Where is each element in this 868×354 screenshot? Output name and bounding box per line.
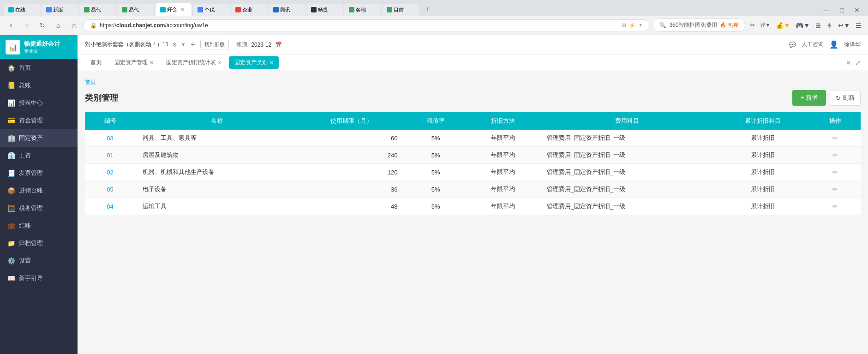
cell-period-2: 120 (298, 164, 405, 181)
cell-method-1: 年限平均 (467, 147, 539, 164)
settings-gear-icon[interactable]: ⚙ (172, 42, 177, 48)
menu-icon[interactable]: ☰ (854, 20, 863, 31)
sidebar-item-guide[interactable]: 📖 新手引导 (0, 270, 78, 287)
grid-icon[interactable]: ⊞ (814, 20, 823, 31)
browser-tab-xinban[interactable]: 新版 (42, 4, 78, 16)
search-bar[interactable]: 🔍 360智能抠图免费用 🔥 热搜 (652, 18, 745, 32)
username-display: 徐泽华 (844, 41, 861, 48)
tab-depreciation-table[interactable]: 固定资产折旧统计表 ✕ (161, 56, 227, 69)
fixed-assets-icon: 🏢 (7, 134, 15, 142)
cell-actions-2: ✏ (810, 164, 861, 181)
tab-fixed-asset-mgmt[interactable]: 固定资产管理 ✕ (109, 56, 159, 69)
cell-period-1: 240 (298, 147, 405, 164)
main-content: 刘小艳演示套套（勿删勿动！）11 ⚙ ▼ ＋ 切到旧版 账期 2023-12 📅… (78, 35, 868, 354)
brightness-icon[interactable]: ☀ (825, 20, 834, 31)
sidebar-item-home[interactable]: 🏠 首页 (0, 59, 78, 77)
browser-tab-haohui[interactable]: 好会 ✕ (155, 3, 192, 16)
browser-tab-tencent[interactable]: 腾讯 (269, 4, 305, 16)
breadcrumb: 首页 (85, 78, 861, 86)
cell-accumulated-4: 累计折旧 (715, 198, 810, 215)
sidebar-item-fixed-assets[interactable]: 🏢 固定资产 (0, 129, 78, 147)
tools-area: ✂ 译▼ 💰▼ 🎮▼ ⊞ ☀ ↩▼ ☰ (748, 20, 863, 31)
payroll-icon: 👔 (7, 152, 15, 159)
window-minimize[interactable]: — (819, 5, 835, 16)
reload-button[interactable]: ↻ (36, 19, 49, 32)
address-bar[interactable]: 🔒 https://cloud.chanjet.com/accounting/u… (83, 19, 650, 31)
top-bar: 刘小艳演示套套（勿删勿动！）11 ⚙ ▼ ＋ 切到旧版 账期 2023-12 📅… (78, 35, 868, 54)
browser-tab-gedi[interactable]: 各地 (344, 4, 381, 16)
sidebar-item-funds[interactable]: 💳 资金管理 (0, 112, 78, 129)
tab-home[interactable]: 首页 (85, 56, 107, 69)
logo-icon: 📊 (6, 40, 20, 54)
calendar-icon[interactable]: 📅 (275, 42, 282, 48)
cell-code-0[interactable]: 03 (85, 130, 135, 147)
address-url: https://cloud.chanjet.com/accounting/uw1… (100, 22, 208, 29)
cell-name-3: 电子设备 (135, 181, 298, 198)
translate-icon[interactable]: 译▼ (759, 20, 772, 30)
sidebar-item-ledger[interactable]: 📒 总账 (0, 77, 78, 94)
sidebar-item-settings[interactable]: ⚙️ 设置 (0, 252, 78, 270)
new-tab-button[interactable]: ＋ (420, 2, 435, 16)
refresh-button[interactable]: ↻ 刷新 (830, 90, 861, 106)
edit-icon[interactable]: ✏ (832, 186, 838, 193)
edit-icon[interactable]: ✏ (832, 134, 838, 142)
service-text[interactable]: 人工咨询 (802, 41, 824, 48)
window-maximize[interactable]: □ (836, 5, 849, 16)
dropdown-arrow-icon[interactable]: ▼ (181, 42, 186, 47)
cell-code-4[interactable]: 04 (85, 198, 135, 215)
cell-accumulated-2: 累计折旧 (715, 164, 810, 181)
top-bar-right: 💬 人工咨询 👤 徐泽华 (789, 40, 861, 49)
table-row: 03 器具、工具、家具等 60 5% 年限平均 管理费用_固定资产折旧_一级 累… (85, 130, 861, 147)
cell-code-3[interactable]: 05 (85, 181, 135, 198)
edit-icon[interactable]: ✏ (832, 151, 838, 159)
window-close[interactable]: ✕ (850, 5, 864, 16)
add-icon[interactable]: ＋ (189, 40, 197, 49)
forward-button[interactable]: › (20, 19, 33, 32)
sidebar-item-tax[interactable]: 🧮 税务管理 (0, 199, 78, 217)
sidebar-item-inventory[interactable]: 📦 进销台账 (0, 182, 78, 199)
add-button[interactable]: + 新增 (792, 90, 826, 106)
browser-tab-qiye[interactable]: 企业 (231, 4, 268, 16)
scissors-icon[interactable]: ✂ (748, 20, 757, 30)
browser-tab-yidai1[interactable]: 易代 (79, 4, 116, 16)
col-expense: 费用科目 (539, 112, 715, 130)
browser-tab-muqian[interactable]: 目前 (382, 4, 419, 16)
tab-close-icon[interactable]: ✕ (846, 59, 851, 66)
browser-tab-zaixin[interactable]: 在线 (4, 4, 41, 16)
browser-tab-yidai2[interactable]: 易代 (117, 4, 154, 16)
tab-maximize-icon[interactable]: ⤢ (855, 59, 861, 66)
period-label: 账期 (236, 41, 247, 48)
search-text: 360智能抠图免费用 (669, 21, 717, 29)
edit-icon[interactable]: ✏ (832, 203, 838, 210)
browser-tab-changte[interactable]: 畅提 (306, 4, 343, 16)
tab-close-mgmt[interactable]: ✕ (150, 60, 153, 65)
undo-icon[interactable]: ↩▼ (836, 20, 852, 31)
tab-close-haohui[interactable]: ✕ (180, 7, 184, 12)
browser-tab-bar: 在线 新版 易代 易代 好会 ✕ 个税 企业 腾讯 畅提 各地 目前 ＋ (0, 0, 868, 16)
tab-close-depreciation[interactable]: ✕ (218, 60, 221, 65)
sidebar-item-archive[interactable]: 📁 归档管理 (0, 234, 78, 252)
tab-asset-category[interactable]: 固定资产类别 ✕ (229, 56, 279, 69)
coin-icon[interactable]: 💰▼ (774, 20, 792, 31)
edit-icon[interactable]: ✏ (832, 168, 838, 176)
switch-version-button[interactable]: 切到旧版 (200, 40, 229, 49)
sidebar-item-payroll[interactable]: 👔 工资 (0, 147, 78, 164)
cell-method-2: 年限平均 (467, 164, 539, 181)
bookmark-button[interactable]: ☆ (67, 19, 80, 32)
table-row: 05 电子设备 36 5% 年限平均 管理费用_固定资产折旧_一级 累计折旧 ✏ (85, 181, 861, 198)
sidebar-item-closing[interactable]: 💼 结账 (0, 217, 78, 234)
home-button[interactable]: ⌂ (52, 19, 65, 32)
refresh-icon: ↻ (836, 95, 841, 102)
game-icon[interactable]: 🎮▼ (794, 20, 812, 31)
table-row: 01 房屋及建筑物 240 5% 年限平均 管理费用_固定资产折旧_一级 累计折… (85, 147, 861, 164)
browser-tab-geshui[interactable]: 个税 (193, 4, 230, 16)
sidebar-item-reports[interactable]: 📊 报表中心 (0, 94, 78, 112)
cell-code-1[interactable]: 01 (85, 147, 135, 164)
sidebar-item-invoice[interactable]: 🧾 发票管理 (0, 164, 78, 182)
cell-name-0: 器具、工具、家具等 (135, 130, 298, 147)
cell-period-3: 36 (298, 181, 405, 198)
back-button[interactable]: ‹ (5, 19, 18, 32)
cell-code-2[interactable]: 02 (85, 164, 135, 181)
tab-close-category[interactable]: ✕ (269, 60, 273, 65)
breadcrumb-home[interactable]: 首页 (85, 78, 96, 86)
